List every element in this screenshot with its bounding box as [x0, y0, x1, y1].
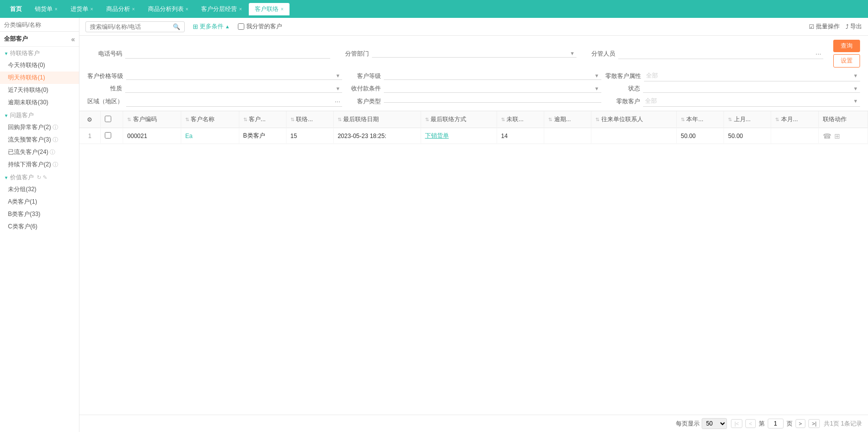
sidebar-item-churn-warning[interactable]: 流失预警客户(3) ⓘ — [0, 134, 79, 146]
sidebar-group-pending: ▼ 待联络客户 — [0, 47, 79, 59]
sidebar-item-declining[interactable]: 持续下滑客户(2) ⓘ — [0, 158, 79, 171]
close-product-analysis-icon[interactable]: × — [132, 6, 135, 12]
top-nav: 首页 销货单 × 进货单 × 商品分析 × 商品分析列表 × 客户分层经营 × … — [0, 0, 868, 18]
sort-icon-code[interactable]: ⇅ — [127, 117, 131, 122]
filter-payment-select[interactable]: ▼ — [384, 85, 601, 93]
close-customer-tier-icon[interactable]: × — [239, 6, 242, 12]
close-product-analysis-list-icon[interactable]: × — [186, 6, 189, 12]
toolbar-search-input[interactable] — [90, 23, 171, 30]
filter-region-dots[interactable]: ··· — [335, 97, 341, 105]
last-page-btn[interactable]: >| — [808, 419, 820, 428]
prev-page-btn[interactable]: < — [745, 419, 755, 428]
my-customer-checkbox[interactable] — [238, 23, 244, 30]
nav-item-product-analysis[interactable]: 商品分析 × — [100, 3, 141, 15]
cell-contact-count: 15 — [286, 128, 333, 144]
sidebar-collapse-icon[interactable]: « — [71, 35, 75, 43]
nav-item-sales[interactable]: 销货单 × — [29, 3, 64, 15]
sort-icon-this-month[interactable]: ⇅ — [775, 117, 779, 122]
filter-retail-attr-arrow: ▼ — [853, 73, 858, 78]
nav-item-customer-tier[interactable]: 客户分层经营 × — [195, 3, 248, 15]
batch-label: 批量操作 — [816, 22, 840, 31]
sort-icon-this-year[interactable]: ⇅ — [681, 117, 685, 122]
close-sales-icon[interactable]: × — [55, 6, 58, 12]
nav-purchase-label: 进货单 — [71, 5, 88, 13]
sidebar-item-week[interactable]: 近7天待联络(0) — [0, 84, 79, 96]
sidebar-item-today[interactable]: 今天待联络(0) — [0, 59, 79, 72]
sort-icon-unit-contact[interactable]: ⇅ — [595, 117, 599, 122]
filter-actions: 查询 设置 — [833, 40, 860, 68]
th-code: ⇅ 客户编码 — [123, 111, 181, 128]
sort-icon-last-month[interactable]: ⇅ — [728, 117, 732, 122]
sidebar-item-type-c[interactable]: C类客户(6) — [0, 220, 79, 233]
sort-icon-type[interactable]: ⇅ — [243, 117, 247, 122]
filter-retail-customer-select[interactable]: 全部 ▼ — [643, 96, 860, 107]
th-checkbox[interactable] — [100, 111, 123, 128]
refresh-icon-value[interactable]: ↻ — [37, 174, 41, 181]
nav-item-product-analysis-list[interactable]: 商品分析列表 × — [142, 3, 195, 15]
close-customer-contact-icon[interactable]: × — [281, 6, 284, 12]
filter-customer-type-select[interactable] — [384, 100, 601, 103]
cell-checkbox[interactable] — [100, 128, 123, 144]
th-type: ⇅ 客户... — [239, 111, 286, 128]
cell-name[interactable]: Ea — [181, 128, 239, 144]
select-all-checkbox[interactable] — [105, 116, 111, 122]
my-customer-check[interactable]: 我分管的客户 — [238, 22, 282, 31]
sidebar-item-type-a[interactable]: A类客户(1) — [0, 196, 79, 208]
filter-retail-attr-select[interactable]: 全部 ▼ — [644, 71, 860, 81]
sidebar-all-customers-header: 全部客户 « — [0, 32, 79, 47]
sort-icon-last-date[interactable]: ⇅ — [338, 117, 342, 122]
edit-icon-value[interactable]: ✎ — [43, 174, 47, 181]
page-number-input[interactable] — [768, 419, 784, 429]
batch-operation-btn[interactable]: ☑ 批量操作 — [809, 22, 840, 31]
filter-person-dots[interactable]: ··· — [815, 50, 821, 58]
export-btn[interactable]: ⤴ 导出 — [846, 22, 862, 31]
nav-item-purchase[interactable]: 进货单 × — [65, 3, 99, 15]
sidebar-item-type-b[interactable]: B类客户(33) — [0, 208, 79, 220]
contact-phone-icon[interactable]: ☎ — [823, 132, 831, 140]
th-settings[interactable]: ⚙ — [79, 111, 100, 128]
filter-nature-select[interactable]: ▼ — [125, 85, 342, 93]
page-label2: 页 — [787, 420, 793, 428]
sort-icon-overdue[interactable]: ⇅ — [548, 117, 552, 122]
query-button[interactable]: 查询 — [833, 40, 860, 52]
nav-item-customer-contact[interactable]: 客户联络 × — [249, 3, 289, 15]
info-icon-declining[interactable]: ⓘ — [53, 161, 58, 168]
filter-customer-level-select[interactable]: ▼ — [384, 72, 601, 80]
filter-status-select[interactable]: ▼ — [643, 85, 860, 93]
filter-dept-select[interactable]: ▼ — [372, 50, 577, 58]
filter-more-btn[interactable]: ⊞ 更多条件 ▲ — [189, 21, 234, 32]
sort-icon-un-contact[interactable]: ⇅ — [501, 117, 505, 122]
contact-grid-icon[interactable]: ⊞ — [834, 132, 840, 140]
sidebar-item-ungrouped[interactable]: 未分组(32) — [0, 183, 79, 196]
cell-last-contact-method[interactable]: 下销货单 — [421, 128, 497, 144]
sort-icon-last-method[interactable]: ⇅ — [425, 117, 429, 122]
filter-phone-input[interactable] — [125, 49, 330, 59]
page-size-select[interactable]: 50 10 20 100 — [702, 418, 727, 429]
nav-item-home[interactable]: 首页 — [4, 3, 28, 15]
filter-price-level-arrow: ▼ — [335, 73, 340, 78]
filter-status-arrow: ▼ — [853, 86, 858, 91]
customers-table: ⚙ ⇅ 客户编码 ⇅ 客户名称 ⇅ 客户... ⇅ 联络... ⇅ 最后联络日期… — [79, 111, 868, 144]
nav-home-label: 首页 — [10, 5, 22, 13]
info-icon-repurchase[interactable]: ⓘ — [53, 124, 58, 131]
sidebar-item-tomorrow[interactable]: 明天待联络(1) — [0, 72, 79, 84]
row-checkbox[interactable] — [105, 132, 111, 139]
setting-button[interactable]: 设置 — [833, 54, 860, 68]
sidebar-group-problem: ▼ 问题客户 — [0, 109, 79, 121]
close-purchase-icon[interactable]: × — [90, 6, 93, 12]
sidebar-item-overdue[interactable]: 逾期未联络(30) — [0, 96, 79, 109]
sort-icon-contact-count[interactable]: ⇅ — [290, 117, 294, 122]
group-arrow-value: ▼ — [4, 175, 8, 180]
first-page-btn[interactable]: |< — [731, 419, 742, 428]
toolbar-search-icon[interactable]: 🔍 — [173, 23, 180, 30]
toolbar: 🔍 ⊞ 更多条件 ▲ 我分管的客户 ☑ 批量操作 ⤴ 导出 — [79, 18, 868, 36]
sidebar-item-churned[interactable]: 已流失客户(24) ⓘ — [0, 146, 79, 158]
filter-price-level-select[interactable]: ▼ — [126, 72, 342, 80]
sidebar-item-repurchase[interactable]: 回购异常客户(2) ⓘ — [0, 121, 79, 134]
info-icon-churned[interactable]: ⓘ — [50, 148, 55, 156]
page-label: 第 — [759, 420, 765, 428]
next-page-btn[interactable]: > — [796, 419, 805, 428]
sidebar-search-input[interactable] — [4, 21, 78, 28]
info-icon-churn-warning[interactable]: ⓘ — [53, 136, 58, 144]
sort-icon-name[interactable]: ⇅ — [185, 117, 189, 122]
